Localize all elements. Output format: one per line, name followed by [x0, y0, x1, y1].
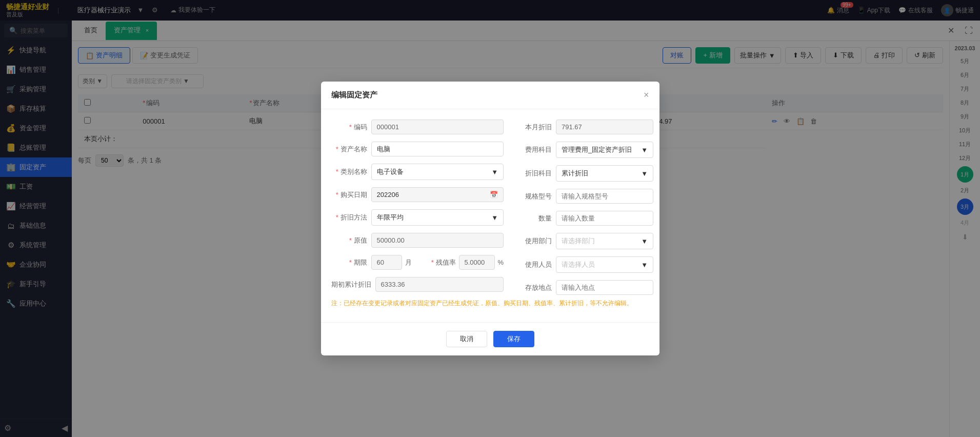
- form-item-period: 期限 月 残值率 %: [331, 255, 504, 270]
- modal-footer: 取消 保存: [321, 322, 659, 355]
- period-inline: 月 残值率 %: [371, 255, 504, 270]
- residual-rate-input[interactable]: [459, 255, 495, 270]
- period-label: 期限: [331, 258, 367, 267]
- form-item-depr-subject: 折旧科目 累计折旧 ▼: [516, 165, 653, 182]
- spec-model-input[interactable]: [556, 189, 653, 204]
- depr-subject-arrow: ▼: [641, 170, 648, 177]
- depr-method-arrow: ▼: [491, 214, 498, 222]
- location-input[interactable]: [556, 280, 653, 295]
- modal-body: 编码 资产名称 类别名称 电子设备 ▼: [321, 109, 659, 322]
- quantity-label: 数量: [516, 214, 552, 223]
- modal-title: 编辑固定资产: [331, 90, 377, 100]
- save-button[interactable]: 保存: [493, 331, 534, 347]
- form-item-original-value: 原值: [331, 233, 504, 248]
- depr-subject-label: 折旧科目: [516, 169, 552, 178]
- form-col-right: 本月折旧 费用科目 管理费用_固定资产折旧 ▼ 折旧科目: [516, 120, 653, 295]
- modal-note: 注：已经存在变更记录或者对应固定资产已经生成凭证，原值、购买日期、残值率、累计折…: [331, 295, 649, 312]
- expense-subject-arrow: ▼: [641, 146, 648, 154]
- dept-select-arrow: ▼: [641, 237, 648, 245]
- form-item-asset-name: 资产名称: [331, 142, 504, 156]
- asset-name-label: 资产名称: [331, 145, 367, 154]
- initial-accum-depr-label: 期初累计折旧: [331, 280, 371, 289]
- modal-header: 编辑固定资产 ×: [321, 82, 659, 109]
- edit-asset-modal: 编辑固定资产 × 编码 资产名称: [321, 82, 659, 355]
- purchase-date-input[interactable]: 202206 📅: [371, 187, 504, 202]
- form-item-dept: 使用部门 请选择部门 ▼: [516, 233, 653, 249]
- spec-model-label: 规格型号: [516, 192, 552, 201]
- category-select-input[interactable]: 电子设备 ▼: [371, 164, 504, 180]
- residual-rate-label: 残值率: [420, 258, 456, 267]
- monthly-depr-label: 本月折旧: [516, 123, 552, 132]
- form-col-left: 编码 资产名称 类别名称 电子设备 ▼: [331, 120, 504, 295]
- depr-method-label: 折旧方法: [331, 213, 367, 222]
- depr-method-select[interactable]: 年限平均 ▼: [371, 209, 504, 226]
- form-item-quantity: 数量: [516, 211, 653, 226]
- dept-label: 使用部门: [516, 236, 552, 246]
- form-item-user: 使用人员 请选择人员 ▼: [516, 256, 653, 273]
- code-label: 编码: [331, 123, 367, 132]
- initial-accum-depr-input[interactable]: [375, 277, 504, 292]
- category-select-arrow: ▼: [491, 168, 498, 176]
- modal-close-button[interactable]: ×: [644, 90, 649, 101]
- form-item-monthly-depr: 本月折旧: [516, 120, 653, 134]
- depr-subject-select[interactable]: 累计折旧 ▼: [556, 165, 653, 182]
- code-input[interactable]: [371, 120, 504, 134]
- user-label: 使用人员: [516, 260, 552, 269]
- form-item-purchase-date: 购买日期 202206 📅: [331, 187, 504, 202]
- calendar-icon: 📅: [490, 191, 498, 198]
- user-select[interactable]: 请选择人员 ▼: [556, 256, 653, 273]
- location-label: 存放地点: [516, 283, 552, 292]
- original-value-input[interactable]: [371, 233, 504, 248]
- purchase-date-label: 购买日期: [331, 190, 367, 200]
- form-item-location: 存放地点: [516, 280, 653, 295]
- original-value-label: 原值: [331, 236, 367, 245]
- asset-name-input[interactable]: [371, 142, 504, 156]
- residual-rate-unit: %: [498, 259, 504, 266]
- user-select-arrow: ▼: [641, 261, 648, 269]
- form-grid: 编码 资产名称 类别名称 电子设备 ▼: [331, 120, 649, 295]
- expense-subject-label: 费用科目: [516, 145, 552, 154]
- form-item-spec-model: 规格型号: [516, 189, 653, 204]
- monthly-depr-input[interactable]: [556, 120, 653, 134]
- form-item-code: 编码: [331, 120, 504, 134]
- form-item-depr-method: 折旧方法 年限平均 ▼: [331, 209, 504, 226]
- dept-select[interactable]: 请选择部门 ▼: [556, 233, 653, 249]
- expense-subject-select[interactable]: 管理费用_固定资产折旧 ▼: [556, 142, 653, 158]
- quantity-input[interactable]: [556, 211, 653, 226]
- form-item-category: 类别名称 电子设备 ▼: [331, 164, 504, 180]
- period-input[interactable]: [371, 255, 402, 270]
- category-label: 类别名称: [331, 167, 367, 176]
- form-item-initial-accum-depr: 期初累计折旧: [331, 277, 504, 292]
- form-item-expense-subject: 费用科目 管理费用_固定资产折旧 ▼: [516, 142, 653, 158]
- cancel-button[interactable]: 取消: [446, 331, 487, 347]
- period-unit: 月: [405, 258, 412, 267]
- modal-overlay: 编辑固定资产 × 编码 资产名称: [0, 0, 980, 437]
